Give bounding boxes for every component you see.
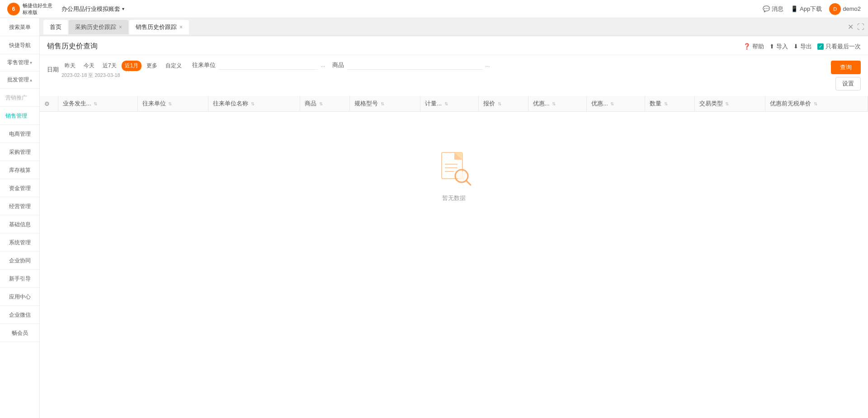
- sort-icon: ⇅: [552, 101, 556, 106]
- sidebar-item-apps[interactable]: 应用中心: [0, 288, 39, 306]
- export-button[interactable]: ⬇ 导出: [793, 43, 812, 51]
- col-unit[interactable]: 计量... ⇅: [420, 96, 479, 112]
- sidebar-item-system[interactable]: 系统管理: [0, 233, 39, 252]
- search-button[interactable]: 查询: [831, 61, 861, 74]
- sidebar-item-purchase[interactable]: 采购管理: [0, 143, 39, 161]
- message-icon: 💬: [763, 5, 770, 12]
- data-table: ⚙ 业务发生... ⇅ 往来单位 ⇅ 往来单位名称: [40, 96, 868, 238]
- avatar: D: [829, 3, 841, 15]
- import-button[interactable]: ⬆ 导入: [769, 43, 788, 51]
- date-btn-custom[interactable]: 自定义: [162, 61, 185, 71]
- sidebar-item-marketing[interactable]: 营销推广: [0, 89, 39, 107]
- sidebar-item-wholesale[interactable]: 批发管理 ▴: [0, 71, 39, 89]
- col-discount2[interactable]: 优惠... ⇅: [586, 96, 645, 112]
- partner-dots[interactable]: ...: [321, 62, 325, 68]
- sidebar: 搜索菜单 快捷导航 零售管理 ▾ 批发管理 ▴ 营销推广 销售管理 电商管理 采: [0, 18, 40, 418]
- product-input[interactable]: [347, 61, 482, 70]
- only-last-checkbox[interactable]: 只看最后一次: [817, 43, 861, 51]
- tab-purchase-history[interactable]: 采购历史价跟踪 ×: [69, 20, 128, 34]
- date-btn-today[interactable]: 今天: [80, 61, 98, 71]
- message-button[interactable]: 💬 消息: [763, 5, 783, 13]
- col-partner-code[interactable]: 往来单位 ⇅: [137, 96, 208, 112]
- col-partner-name[interactable]: 往来单位名称 ⇅: [208, 96, 300, 112]
- date-btn-more[interactable]: 更多: [143, 61, 160, 71]
- partner-input[interactable]: [218, 61, 318, 70]
- sidebar-item-enterprise[interactable]: 企业协同: [0, 252, 39, 270]
- tab-close-sales[interactable]: ×: [179, 24, 183, 30]
- tab-bar: 首页 采购历史价跟踪 × 销售历史价跟踪 × ✕ ⛶: [40, 18, 868, 36]
- empty-illustration: [434, 148, 474, 189]
- tab-close-purchase[interactable]: ×: [119, 24, 122, 30]
- col-biz-date[interactable]: 业务发生... ⇅: [58, 96, 137, 112]
- sidebar-item-ecommerce[interactable]: 电商管理: [0, 125, 39, 143]
- chevron-down-icon: ▾: [122, 6, 124, 11]
- top-bar: 6 畅捷信好生意 标准版 办公用品行业模拟账套 ▾ 💬 消息 📱 App下载 D…: [0, 0, 868, 18]
- partner-filter: 往来单位 ...: [192, 61, 325, 70]
- sidebar-item-sales[interactable]: 销售管理: [0, 107, 39, 125]
- sort-icon: ⇅: [168, 101, 172, 106]
- sort-icon: ⇅: [444, 101, 448, 106]
- logo-icon: 6: [7, 3, 20, 15]
- svg-point-7: [457, 171, 466, 180]
- user-menu[interactable]: D demo2: [829, 3, 861, 15]
- sidebar-item-search[interactable]: 搜索菜单: [0, 18, 39, 36]
- account-selector[interactable]: 办公用品行业模拟账套 ▾: [61, 5, 124, 13]
- page-header: 销售历史价查询 ❓ 帮助 ⬆ 导入 ⬇ 导出: [40, 36, 868, 55]
- help-button[interactable]: ❓ 帮助: [743, 43, 764, 51]
- chevron-up-icon: ▴: [30, 77, 32, 82]
- page-title: 销售历史价查询: [47, 42, 98, 51]
- date-range-display: 2023-02-18 至 2023-03-18: [61, 72, 185, 79]
- col-product[interactable]: 商品 ⇅: [300, 96, 349, 112]
- sort-icon: ⇅: [814, 101, 817, 106]
- chevron-down-icon: ▾: [30, 60, 32, 65]
- sidebar-item-finance[interactable]: 资金管理: [0, 179, 39, 197]
- sort-icon: ⇅: [610, 101, 614, 106]
- sort-icon: ⇅: [381, 101, 384, 106]
- settings-button[interactable]: 设置: [835, 77, 861, 90]
- date-buttons: 昨天 今天 近7天 近1月 更多 自定义: [61, 61, 185, 71]
- date-btn-7days[interactable]: 近7天: [99, 61, 120, 71]
- tab-close-all-button[interactable]: ✕: [848, 23, 854, 31]
- date-btn-1month[interactable]: 近1月: [122, 61, 142, 71]
- svg-line-8: [466, 180, 471, 185]
- col-discount1[interactable]: 优惠... ⇅: [528, 96, 586, 112]
- content-area: 首页 采购历史价跟踪 × 销售历史价跟踪 × ✕ ⛶ 销售历史价查询: [40, 18, 868, 418]
- tab-fullscreen-button[interactable]: ⛶: [857, 23, 864, 31]
- col-quantity[interactable]: 数量 ⇅: [645, 96, 694, 112]
- sidebar-item-member[interactable]: 畅会员: [0, 324, 39, 342]
- product-dots[interactable]: ...: [485, 62, 490, 68]
- tab-home[interactable]: 首页: [43, 20, 68, 34]
- col-settings[interactable]: ⚙: [40, 96, 58, 112]
- app-download-button[interactable]: 📱 App下载: [791, 5, 822, 13]
- settings-icon[interactable]: ⚙: [44, 100, 50, 107]
- sort-icon: ⇅: [319, 101, 323, 106]
- sort-icon: ⇅: [94, 101, 97, 106]
- sidebar-item-basics[interactable]: 基础信息: [0, 215, 39, 233]
- sidebar-item-guide[interactable]: 新手引导: [0, 270, 39, 288]
- date-filter: 日期 昨天 今天 近7天 近1月 更多 自定义 2023-02-18 至 202…: [47, 61, 185, 79]
- col-quote[interactable]: 报价 ⇅: [479, 96, 528, 112]
- date-btn-yesterday[interactable]: 昨天: [61, 61, 79, 71]
- page-header-actions: ❓ 帮助 ⬆ 导入 ⬇ 导出 只看最后一次: [743, 43, 861, 51]
- main-layout: 搜索菜单 快捷导航 零售管理 ▾ 批发管理 ▴ 营销推广 销售管理 电商管理 采: [0, 18, 868, 418]
- import-icon: ⬆: [769, 43, 774, 50]
- top-bar-right: 💬 消息 📱 App下载 D demo2: [763, 3, 861, 15]
- sort-icon: ⇅: [725, 101, 729, 106]
- col-trade-type[interactable]: 交易类型 ⇅: [694, 96, 765, 112]
- logo-area: 6 畅捷信好生意 标准版: [7, 2, 52, 15]
- empty-state: 暂无数据: [40, 112, 868, 238]
- sidebar-item-shortcut[interactable]: 快捷导航: [0, 36, 39, 54]
- tab-sales-history[interactable]: 销售历史价跟踪 ×: [129, 20, 189, 34]
- sort-icon: ⇅: [664, 101, 668, 106]
- product-filter: 商品 ...: [332, 61, 490, 70]
- table-area: ⚙ 业务发生... ⇅ 往来单位 ⇅ 往来单位名称: [40, 96, 868, 418]
- col-spec[interactable]: 规格型号 ⇅: [349, 96, 420, 112]
- sidebar-item-inventory[interactable]: 库存核算: [0, 161, 39, 179]
- logo-text: 畅捷信好生意 标准版: [23, 2, 52, 15]
- sidebar-item-retail[interactable]: 零售管理 ▾: [0, 54, 39, 71]
- sort-icon: ⇅: [498, 101, 501, 106]
- tab-bar-right: ✕ ⛶: [848, 23, 864, 31]
- col-pretax-price[interactable]: 优惠前无税单价 ⇅: [765, 96, 868, 112]
- sidebar-item-wechat[interactable]: 企业微信: [0, 306, 39, 324]
- sidebar-item-operations[interactable]: 经营管理: [0, 197, 39, 215]
